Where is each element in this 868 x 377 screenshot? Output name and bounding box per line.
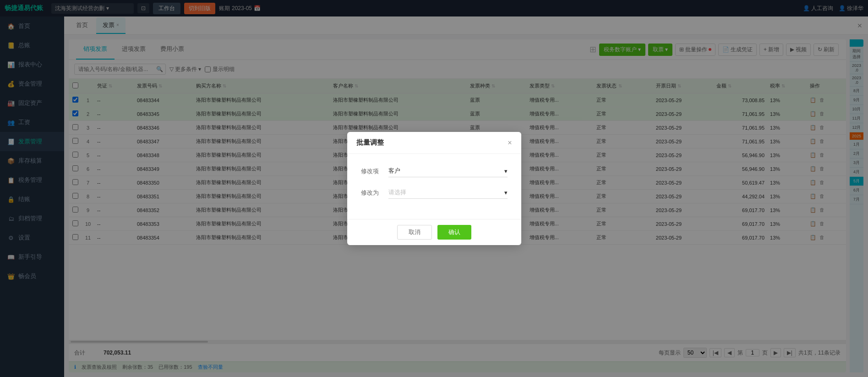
modal-overlay[interactable]: 批量调整 × 修改项 客户 ▾ 修改为 请选择 ▾ 取消 确认: [0, 0, 868, 377]
modal-close-btn[interactable]: ×: [508, 139, 512, 147]
cancel-button[interactable]: 取消: [397, 225, 432, 240]
chevron-down-icon: ▾: [504, 168, 508, 175]
value-select[interactable]: 请选择 ▾: [388, 186, 508, 199]
form-row-field: 修改项 客户 ▾: [361, 165, 508, 177]
modal-title: 批量调整: [356, 138, 384, 147]
value-label: 修改为: [361, 189, 388, 197]
modal-body: 修改项 客户 ▾ 修改为 请选择 ▾: [347, 154, 521, 219]
modal-footer: 取消 确认: [347, 219, 521, 245]
modal-header: 批量调整 ×: [347, 132, 521, 154]
chevron-down-icon: ▾: [504, 189, 508, 196]
field-select[interactable]: 客户 ▾: [388, 165, 508, 177]
batch-adjust-modal: 批量调整 × 修改项 客户 ▾ 修改为 请选择 ▾ 取消 确认: [347, 132, 521, 245]
confirm-button[interactable]: 确认: [437, 225, 471, 240]
field-label: 修改项: [361, 167, 388, 175]
form-row-value: 修改为 请选择 ▾: [361, 186, 508, 199]
